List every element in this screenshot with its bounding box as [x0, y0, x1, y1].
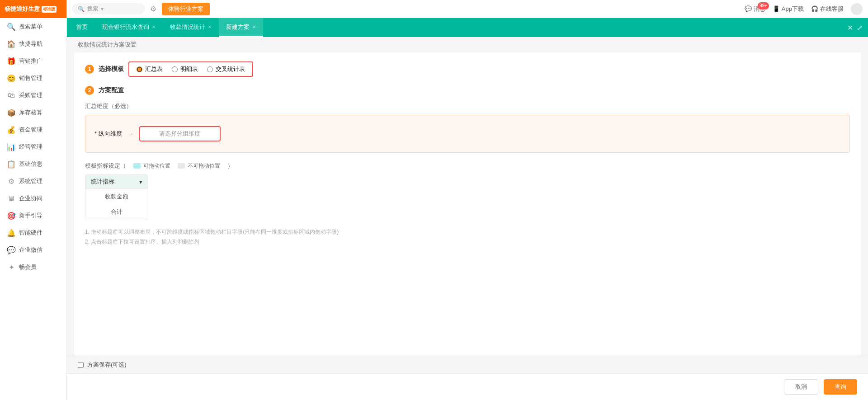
- logo-text: 畅捷通好生意: [5, 5, 40, 13]
- save-plan-checkbox[interactable]: [78, 362, 84, 368]
- query-button[interactable]: 查询: [824, 379, 857, 395]
- tab-bank-flow-label: 现金银行流水查询: [102, 23, 149, 31]
- dropdown-icon[interactable]: ▾: [139, 179, 142, 185]
- search-icon: 🔍: [7, 23, 15, 31]
- radio-summary-input[interactable]: [137, 66, 142, 72]
- legend-draggable: 可拖动位置: [133, 162, 170, 170]
- search-text: 搜索: [87, 5, 98, 13]
- tab-new-plan[interactable]: 新建方案 ✕: [219, 18, 263, 37]
- indicator-row-0: 收款金额: [85, 189, 148, 204]
- sidebar-item-basic-info[interactable]: 📋 基础信息: [0, 155, 66, 173]
- tab-new-plan-label: 新建方案: [226, 23, 250, 31]
- app-download-link[interactable]: 📱 App下载: [773, 5, 804, 13]
- download-label: App下载: [782, 5, 804, 13]
- radio-cross[interactable]: 交叉统计表: [207, 65, 245, 73]
- sidebar-item-label: 营销推广: [19, 57, 42, 65]
- gift-icon: 🎁: [7, 57, 15, 65]
- sidebar-item-label: 销售管理: [19, 74, 42, 82]
- sidebar-item-search-menu[interactable]: 🔍 搜索菜单: [0, 18, 66, 35]
- sidebar-item-label: 经营管理: [19, 143, 42, 151]
- sidebar-item-marketing[interactable]: 🎁 营销推广: [0, 52, 66, 70]
- close-window-icon[interactable]: ✕: [847, 24, 853, 32]
- radio-summary-label: 汇总表: [145, 65, 163, 73]
- sidebar-item-label: 企业协同: [19, 194, 42, 202]
- dimension-config-label: 汇总维度（必选）: [85, 102, 850, 110]
- purchase-icon: 🛍: [7, 91, 15, 99]
- sidebar-item-operations[interactable]: 📊 经营管理: [0, 138, 66, 155]
- tab-home-label: 首页: [76, 23, 88, 31]
- form-card: 1 选择模板 汇总表 明细表 交叉统计表: [74, 52, 861, 356]
- sidebar-item-sales[interactable]: 😊 销售管理: [0, 70, 66, 87]
- sidebar-item-wechat[interactable]: 💬 企业微信: [0, 241, 66, 259]
- step2-title: 方案配置: [99, 86, 124, 94]
- close-icon[interactable]: ✕: [208, 24, 212, 29]
- download-icon: 📱: [773, 5, 780, 12]
- sidebar-item-system[interactable]: ⚙ 系统管理: [0, 173, 66, 190]
- sidebar-item-inventory[interactable]: 📦 库存核算: [0, 104, 66, 121]
- page-content: 收款情况统计方案设置 1 选择模板 汇总表 明细表: [67, 37, 868, 373]
- tab-bank-flow[interactable]: 现金银行流水查询 ✕: [95, 18, 163, 37]
- step1-title: 选择模板: [99, 65, 124, 73]
- close-icon[interactable]: ✕: [152, 24, 156, 29]
- service-link[interactable]: 🎧 在线客服: [811, 5, 844, 13]
- tabbar: 首页 现金银行流水查询 ✕ 收款情况统计 ✕ 新建方案 ✕ ✕ ⤢: [67, 18, 868, 37]
- sidebar-logo: 畅捷通好生意 标准版: [0, 0, 66, 18]
- sidebar-item-label: 畅会员: [19, 263, 37, 271]
- sidebar-item-smart-hw[interactable]: 🔔 智能硬件: [0, 224, 66, 241]
- bottom-action-bar: 取消 查询: [67, 373, 868, 400]
- notification-badge: 99+: [758, 2, 769, 9]
- step2-header: 2 方案配置: [85, 86, 850, 95]
- legend-fixed-label: 不可拖动位置: [188, 162, 220, 170]
- radio-cross-input[interactable]: [207, 66, 213, 72]
- enterprise-icon: 🖥: [7, 194, 15, 202]
- dimension-select-button[interactable]: 请选择分组维度: [139, 126, 221, 141]
- indicator-table-header-label: 统计指标: [91, 178, 114, 186]
- sidebar-item-guide[interactable]: 🎯 新手引导: [0, 207, 66, 224]
- gear-icon[interactable]: ⚙: [150, 5, 156, 13]
- sidebar-item-capital[interactable]: 💰 资金管理: [0, 121, 66, 138]
- radio-detail[interactable]: 明细表: [172, 65, 198, 73]
- system-icon: ⚙: [7, 177, 15, 185]
- inventory-icon: 📦: [7, 108, 15, 117]
- sidebar-item-label: 企业微信: [19, 246, 42, 254]
- tab-actions: ✕ ⤢: [844, 18, 866, 37]
- sidebar-item-label: 快捷导航: [19, 40, 42, 48]
- indicator-label: 模板指标设定（: [85, 162, 126, 170]
- wechat-icon: 💬: [7, 246, 15, 254]
- sidebar-item-purchase[interactable]: 🛍 采购管理: [0, 87, 66, 104]
- tips-section: 1. 拖动标题栏可以调整布局，不可跨维度或指标区域拖动栏目字段(只能在同一维度或…: [85, 227, 850, 247]
- tip-item-1: 2. 点击标题栏下拉可设置排序、插入列和删除列: [85, 237, 850, 247]
- sidebar-item-label: 基础信息: [19, 160, 42, 168]
- sidebar-item-label: 搜索菜单: [19, 23, 42, 31]
- cancel-button[interactable]: 取消: [784, 379, 818, 395]
- notification-link[interactable]: 💬 消息 99+: [745, 5, 765, 13]
- template-options: 汇总表 明细表 交叉统计表: [128, 61, 253, 77]
- sidebar-item-label: 采购管理: [19, 91, 42, 99]
- sidebar-item-label: 库存核算: [19, 108, 42, 117]
- expand-icon[interactable]: ⤢: [857, 24, 863, 32]
- sidebar-item-member[interactable]: ✦ 畅会员: [0, 259, 66, 276]
- tab-home[interactable]: 首页: [69, 18, 95, 37]
- avatar[interactable]: [851, 3, 863, 15]
- sidebar-item-label: 资金管理: [19, 126, 42, 134]
- basic-info-icon: 📋: [7, 160, 15, 168]
- home-icon: 🏠: [7, 40, 15, 48]
- step1-section: 1 选择模板 汇总表 明细表 交叉统计表: [85, 61, 850, 77]
- vertical-dim-label: * 纵向维度: [94, 130, 122, 138]
- indicator-table-header: 统计指标 ▾: [85, 175, 148, 189]
- save-plan-label[interactable]: 方案保存(可选): [87, 361, 127, 369]
- capital-icon: 💰: [7, 126, 15, 134]
- label-end: ）: [227, 162, 233, 170]
- close-icon[interactable]: ✕: [252, 24, 256, 29]
- sidebar-item-enterprise[interactable]: 🖥 企业协同: [0, 190, 66, 207]
- indicator-label-row: 模板指标设定（ 可拖动位置 不可拖动位置 ）: [85, 162, 850, 170]
- radio-detail-input[interactable]: [172, 66, 178, 72]
- sidebar: 畅捷通好生意 标准版 🔍 搜索菜单 🏠 快捷导航 🎁 营销推广 😊 销售管理 🛍…: [0, 0, 67, 400]
- sidebar-item-quick-nav[interactable]: 🏠 快捷导航: [0, 35, 66, 52]
- radio-summary[interactable]: 汇总表: [137, 65, 163, 73]
- trial-button[interactable]: 体验行业方案: [162, 3, 210, 15]
- indicator-settings: 模板指标设定（ 可拖动位置 不可拖动位置 ） 统计指标: [85, 162, 850, 220]
- tab-collection-stat[interactable]: 收款情况统计 ✕: [163, 18, 219, 37]
- step1-header: 1 选择模板 汇总表 明细表 交叉统计表: [85, 61, 850, 77]
- search-bar[interactable]: 🔍 搜索 ▾: [72, 3, 145, 14]
